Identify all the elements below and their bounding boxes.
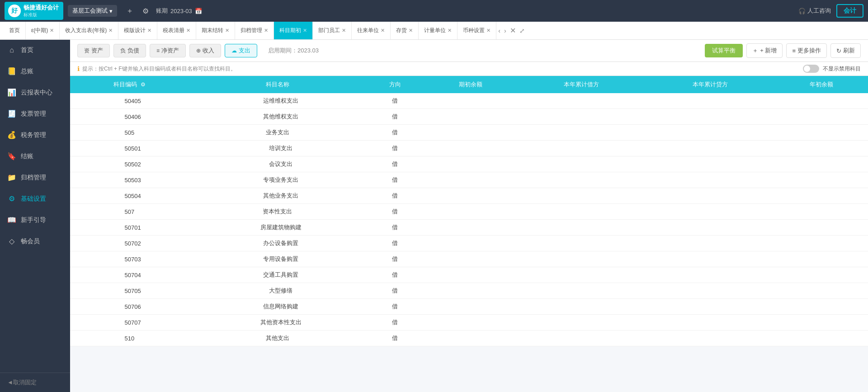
calendar-icon[interactable]: 📅 — [195, 8, 202, 14]
table-row[interactable]: 50501 培训支出 借 — [70, 141, 868, 156]
cell-direction: 借 — [366, 236, 424, 251]
sidebar-item-invoice[interactable]: 🧾 发票管理 — [0, 103, 70, 124]
table-row[interactable]: 50702 办公设备购置 借 — [70, 236, 868, 251]
table-row[interactable]: 50504 其他业务支出 借 — [70, 188, 868, 204]
sub-tab-asset[interactable]: 资 资产 — [77, 44, 110, 57]
tab-balance-mid[interactable]: ε(中期) ✕ — [26, 22, 60, 39]
cell-year-opening — [775, 188, 868, 204]
table-row[interactable]: 505 业务支出 借 — [70, 125, 868, 141]
tab-unit[interactable]: 计量单位 ✕ — [419, 22, 458, 39]
tab-subject-init[interactable]: 科目期初 ✕ — [274, 22, 313, 39]
cell-year-opening — [775, 236, 868, 251]
close-tab-archive[interactable]: ✕ — [264, 28, 268, 33]
close-tab-template[interactable]: ✕ — [147, 28, 151, 33]
tab-dept-emp[interactable]: 部门员工 ✕ — [313, 22, 352, 39]
tab-currency[interactable]: 币种设置 ✕ — [458, 22, 496, 39]
sub-tab-bar: 资 资产 负 负债 ≡ 净资产 ⊕ 收入 ☁ 支出 启用期间：2023.03 试… — [70, 40, 868, 62]
cell-code: 50702 — [70, 236, 189, 251]
add-button[interactable]: ＋ + 新增 — [746, 43, 783, 58]
tab-income-year[interactable]: 收入支出表(年报) ✕ — [60, 22, 118, 39]
cell-direction: 借 — [366, 93, 424, 109]
tab-tax-clear[interactable]: 税表清册 ✕ — [157, 22, 196, 39]
tab-period-end[interactable]: 期末结转 ✕ — [196, 22, 235, 39]
table-row[interactable]: 50503 专项业务支出 借 — [70, 172, 868, 188]
th-direction: 方向 — [366, 76, 424, 93]
table-row[interactable]: 510 其他支出 借 — [70, 331, 868, 346]
gear-icon[interactable]: ⚙ — [141, 81, 146, 88]
cell-year-opening — [775, 204, 868, 220]
tab-close-all-button[interactable]: ✕ — [508, 26, 518, 35]
account-button[interactable]: 会计 — [836, 4, 863, 18]
cell-name: 培训支出 — [189, 141, 367, 156]
table-row[interactable]: 50405 运维维权支出 借 — [70, 93, 868, 109]
close-tab-income-year[interactable]: ✕ — [108, 28, 113, 33]
tab-archive[interactable]: 归档管理 ✕ — [235, 22, 274, 39]
close-tab-subject-init[interactable]: ✕ — [303, 28, 307, 33]
sidebar-item-settle[interactable]: 🔖 结账 — [0, 146, 70, 167]
cell-ytd-debit — [517, 315, 646, 331]
close-tab-tax-clear[interactable]: ✕ — [186, 28, 190, 33]
balance-button[interactable]: 试算平衡 — [705, 44, 743, 57]
close-tab-balance-mid[interactable]: ✕ — [50, 28, 54, 33]
sidebar-item-archive[interactable]: 📁 归档管理 — [0, 167, 70, 188]
project-selector[interactable]: 基层工会测试 ▾ — [68, 5, 117, 17]
settings-button[interactable]: ⚙ — [140, 6, 151, 16]
table-row[interactable]: 50707 其他资本性支出 借 — [70, 315, 868, 331]
sidebar-label-settings: 基础设置 — [21, 195, 46, 203]
more-button[interactable]: ≡ 更多操作 — [786, 43, 827, 58]
sidebar-item-settings[interactable]: ⚙ 基础设置 — [0, 188, 70, 209]
cell-name: 交通工具购置 — [189, 267, 367, 283]
sidebar-item-tax[interactable]: 💰 税务管理 — [0, 124, 70, 146]
help-button[interactable]: 🎧 人工咨询 — [798, 7, 831, 15]
tab-partner[interactable]: 往来单位 ✕ — [352, 22, 391, 39]
cell-opening-balance — [424, 172, 517, 188]
cell-name: 业务支出 — [189, 125, 367, 141]
sub-tab-income-label: 收入 — [203, 47, 214, 55]
close-tab-inventory[interactable]: ✕ — [409, 28, 413, 33]
table-row[interactable]: 507 资本性支出 借 — [70, 204, 868, 220]
close-tab-partner[interactable]: ✕ — [381, 28, 385, 33]
sidebar-item-guide[interactable]: 📖 新手引导 — [0, 209, 70, 231]
sidebar-item-member[interactable]: ◇ 畅会员 — [0, 231, 70, 252]
sidebar-collapse-button[interactable]: ◄取消固定 — [0, 373, 70, 392]
close-tab-period-end[interactable]: ✕ — [225, 28, 229, 33]
sidebar-item-report[interactable]: 📊 云报表中心 — [0, 82, 70, 103]
cell-ytd-debit — [517, 204, 646, 220]
sub-tab-income[interactable]: ⊕ 收入 — [189, 44, 221, 57]
add-tab-button[interactable]: ＋ — [123, 5, 136, 17]
toggle-disabled-subjects[interactable] — [803, 65, 819, 73]
tab-inventory[interactable]: 存货 ✕ — [391, 22, 419, 39]
table-row[interactable]: 50406 其他维权支出 借 — [70, 109, 868, 125]
sidebar-item-home[interactable]: ⌂ 首页 — [0, 40, 70, 61]
close-tab-currency[interactable]: ✕ — [486, 28, 491, 33]
sub-tab-equity[interactable]: ≡ 净资产 — [150, 44, 186, 57]
cell-ytd-credit — [646, 251, 775, 267]
cell-opening-balance — [424, 125, 517, 141]
tab-template[interactable]: 模版设计 ✕ — [118, 22, 157, 39]
table-row[interactable]: 50502 会议支出 借 — [70, 156, 868, 172]
cell-code: 50704 — [70, 267, 189, 283]
table-row[interactable]: 50706 信息网络购建 借 — [70, 299, 868, 315]
table-row[interactable]: 50705 大型修缮 借 — [70, 283, 868, 299]
tab-next-button[interactable]: › — [502, 27, 508, 34]
sidebar-item-ledger[interactable]: 📒 总账 — [0, 61, 70, 82]
close-tab-dept-emp[interactable]: ✕ — [342, 28, 346, 33]
tab-home[interactable]: 首页 — [4, 22, 26, 39]
table-row[interactable]: 50703 专用设备购置 借 — [70, 251, 868, 267]
cell-name: 其他业务支出 — [189, 188, 367, 204]
tab-expand-button[interactable]: ⤢ — [518, 27, 527, 34]
cell-opening-balance — [424, 299, 517, 315]
cell-ytd-credit — [646, 109, 775, 125]
table-row[interactable]: 50704 交通工具购置 借 — [70, 267, 868, 283]
table-row[interactable]: 50701 房屋建筑物购建 借 — [70, 220, 868, 236]
member-icon: ◇ — [7, 237, 16, 246]
cell-direction: 借 — [366, 283, 424, 299]
cell-ytd-debit — [517, 109, 646, 125]
table-container: 科目编码 ⚙ 科目名称 方向 期初余额 本年累计借方 本年累计贷方 年初余额 5… — [70, 76, 868, 392]
sub-tab-expense[interactable]: ☁ 支出 — [225, 44, 257, 57]
sub-tab-liability[interactable]: 负 负债 — [113, 44, 146, 57]
close-tab-unit[interactable]: ✕ — [448, 28, 452, 33]
refresh-button[interactable]: ↻ 刷新 — [830, 43, 861, 58]
tab-prev-button[interactable]: ‹ — [496, 27, 502, 34]
refresh-icon: ↻ — [836, 47, 841, 54]
